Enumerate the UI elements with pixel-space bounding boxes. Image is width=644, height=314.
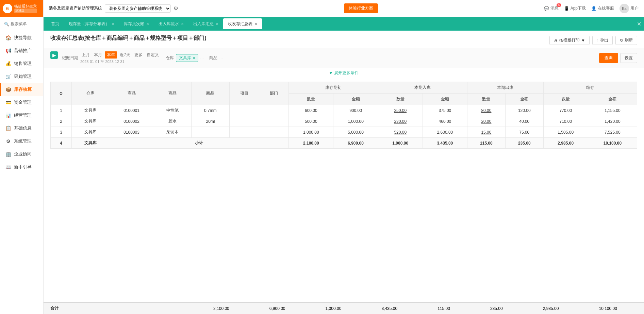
subtotal-balance-qty: 2,985.00 xyxy=(543,138,588,149)
subtotal-label: 小计 xyxy=(109,138,289,149)
settings-text-button[interactable]: 设置 xyxy=(620,53,637,63)
subtotal-no: 4 xyxy=(51,138,72,149)
more-date-button[interactable]: 更多 xyxy=(133,51,144,59)
online-service-action[interactable]: 👤 在线客服 xyxy=(591,5,614,11)
total-balance-amt: 10,100.00 xyxy=(599,306,617,311)
main-area: 装备及固定资产辅助管理系统 装备及固定资产辅助管理系统 ⚙ 体验行业方案 💬 消… xyxy=(44,0,644,314)
export-button[interactable]: ↑ 导出 xyxy=(592,36,613,45)
total-values: 2,100.00 6,900.00 1,000.00 3,435.00 115.… xyxy=(193,306,637,311)
filter-toggle-button[interactable]: ▶ xyxy=(50,51,58,59)
expand-conditions-bar: ▼ 展开更多条件 xyxy=(44,68,644,78)
sidebar-item-guide[interactable]: 📖 新手引导 xyxy=(0,161,43,173)
subtotal-in-amt: 3,435.00 xyxy=(423,138,467,149)
row-balance-qty: 770.00 xyxy=(543,105,588,116)
row-out-qty[interactable]: 80.00 xyxy=(467,105,506,116)
expand-conditions-button[interactable]: ▼ 展开更多条件 xyxy=(329,70,359,76)
row-out-qty[interactable]: 20.00 xyxy=(467,116,506,127)
goods-ellipsis[interactable]: ... xyxy=(219,55,223,60)
row-department xyxy=(259,116,289,127)
sidebar-item-marketing[interactable]: 📢 营销推广 xyxy=(0,44,43,57)
content-area: 收发存汇总表(按仓库＋商品编码＋商品＋规格型号＋项目＋部门) 🖨 按模板打印 ▼… xyxy=(44,31,644,302)
row-in-qty[interactable]: 250.00 xyxy=(378,105,423,116)
row-goods-spec: 20ml xyxy=(192,116,230,127)
query-button[interactable]: 查询 xyxy=(599,53,618,63)
sidebar-item-system[interactable]: ⚙ 系统管理 xyxy=(0,135,43,148)
tab-inventory-dist[interactable]: 现存量（库存分布表） ✕ xyxy=(64,18,119,29)
prev-month-button[interactable]: 上月 xyxy=(80,51,91,59)
experience-button[interactable]: 体验行业方案 xyxy=(344,3,378,13)
sidebar-item-enterprise[interactable]: 🏢 企业协同 xyxy=(0,148,43,161)
date-filter-group: 记账日期 上月 本月 本年 近7天 更多 自定义 2023-01-01 至 20… xyxy=(62,51,160,64)
col-settings[interactable]: ⚙ xyxy=(51,82,72,105)
sales-icon: 💰 xyxy=(5,61,11,66)
topbar-settings-button[interactable]: ⚙ xyxy=(174,5,178,12)
system-dropdown[interactable]: 装备及固定资产辅助管理系统 xyxy=(105,4,171,13)
tab-close-icon[interactable]: ✕ xyxy=(146,22,149,26)
logo-icon: 6 xyxy=(3,4,12,13)
row-in-qty[interactable]: 520.00 xyxy=(378,127,423,138)
tabs-bar: 首页 现存量（库存分布表） ✕ 库存批次账 ✕ 出入库流水 ✕ 出入库汇总 ✕ … xyxy=(44,17,644,31)
close-all-tabs-button[interactable]: ✕ xyxy=(637,21,641,27)
total-out-qty: 115.00 xyxy=(437,306,450,311)
system-title: 装备及固定资产辅助管理系统 xyxy=(49,5,102,11)
date-filter: 上月 本月 本年 近7天 更多 自定义 2023-01-01 至 2023-12… xyxy=(80,51,160,64)
sidebar-item-quick-nav[interactable]: 🏠 快捷导航 xyxy=(0,31,43,44)
tab-close-icon[interactable]: ✕ xyxy=(216,22,218,26)
topbar-left: 装备及固定资产辅助管理系统 装备及固定资产辅助管理系统 ⚙ xyxy=(49,4,178,13)
row-out-amt: 120.00 xyxy=(505,105,543,116)
tab-home[interactable]: 首页 xyxy=(46,18,64,29)
sidebar-item-sales[interactable]: 💰 销售管理 xyxy=(0,57,43,70)
week-button[interactable]: 近7天 xyxy=(118,51,132,59)
sidebar-item-operations[interactable]: 📊 经营管理 xyxy=(0,109,43,122)
message-icon: 💬 xyxy=(544,6,549,11)
tab-recv-send-summary[interactable]: 收发存汇总表 ✕ xyxy=(223,18,262,29)
col-project: 项目 xyxy=(229,82,259,105)
tab-close-icon[interactable]: ✕ xyxy=(112,22,114,26)
search-icon: 🔍 xyxy=(4,22,9,27)
sidebar-item-finance[interactable]: 💳 资金管理 xyxy=(0,96,43,109)
sidebar-item-inventory[interactable]: 📦 库存核算 xyxy=(0,83,43,96)
total-in-qty: 1,000.00 xyxy=(326,306,342,311)
total-in-amt: 3,435.00 xyxy=(381,306,397,311)
message-action[interactable]: 💬 消息 6 xyxy=(544,5,559,11)
warehouse-ellipsis[interactable]: ... xyxy=(200,55,204,60)
col-warehouse: 仓库 xyxy=(72,82,109,105)
guide-icon: 📖 xyxy=(5,164,11,170)
subtotal-row: 4 文具库 小计 2,100.00 6,900.00 1,000.00 3,43… xyxy=(51,138,637,149)
cur-year-button[interactable]: 本年 xyxy=(105,51,117,59)
subtotal-warehouse: 文具库 xyxy=(72,138,109,149)
tab-inout-flow[interactable]: 出入库流水 ✕ xyxy=(154,18,188,29)
row-goods-spec xyxy=(192,127,230,138)
custom-date-button[interactable]: 自定义 xyxy=(145,51,160,59)
date-label: 记账日期 xyxy=(62,55,78,61)
col-opening-qty: 数量 xyxy=(289,94,333,105)
warehouse-tag-close[interactable]: ✕ xyxy=(193,56,195,60)
user-action[interactable]: Ea 用户 xyxy=(620,4,639,13)
warehouse-tag[interactable]: 文具库 ✕ xyxy=(176,54,198,62)
row-project xyxy=(229,127,259,138)
print-button[interactable]: 🖨 按模板打印 ▼ xyxy=(549,36,590,45)
sidebar-item-purchase[interactable]: 🛒 采购管理 xyxy=(0,70,43,83)
basic-info-icon: 📋 xyxy=(5,126,11,131)
cur-month-button[interactable]: 本月 xyxy=(93,51,103,59)
tab-inout-summary[interactable]: 出入库汇总 ✕ xyxy=(188,18,223,29)
subtotal-in-qty[interactable]: 1,000.00 xyxy=(378,138,423,149)
search-menu-button[interactable]: 🔍 搜索菜单 xyxy=(3,20,40,28)
col-department: 部门 xyxy=(259,82,289,105)
row-out-qty[interactable]: 15.00 xyxy=(467,127,506,138)
summary-table: ⚙ 仓库 商品 商品 商品 项目 部门 库存期初 本期入库 本期出库 结存 数量 xyxy=(50,82,637,149)
subtotal-balance-amt: 10,100.00 xyxy=(588,138,637,149)
tab-close-icon[interactable]: ✕ xyxy=(254,22,257,26)
goods-filter-group: 商品 ... xyxy=(209,55,223,61)
col-group-period-in: 本期入库 xyxy=(378,82,467,94)
row-no: 2 xyxy=(51,116,72,127)
tab-close-icon[interactable]: ✕ xyxy=(181,22,184,26)
subtotal-out-qty[interactable]: 115.00 xyxy=(467,138,506,149)
refresh-button[interactable]: ↻ 刷新 xyxy=(615,36,637,45)
app-download-action[interactable]: 📱 App下载 xyxy=(564,5,586,11)
tab-batch[interactable]: 库存批次账 ✕ xyxy=(119,18,154,29)
sidebar-item-basic-info[interactable]: 📋 基础信息 xyxy=(0,122,43,135)
row-in-qty[interactable]: 230.00 xyxy=(378,116,423,127)
topbar: 装备及固定资产辅助管理系统 装备及固定资产辅助管理系统 ⚙ 体验行业方案 💬 消… xyxy=(44,0,644,17)
avatar: Ea xyxy=(620,4,629,13)
